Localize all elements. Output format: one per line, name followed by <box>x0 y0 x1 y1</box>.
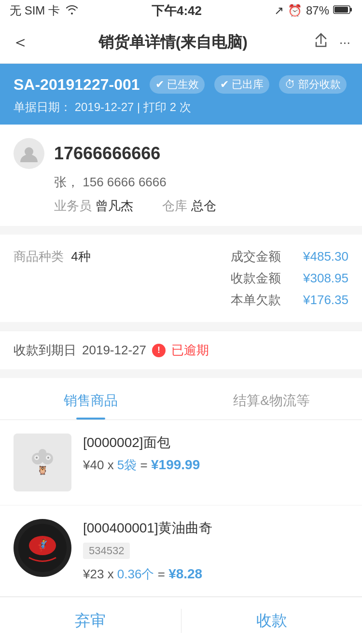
page-title: 销货单详情(来自电脑) <box>34 32 312 53</box>
stats-section: 商品种类 4种 成交金额 ¥485.30 收款金额 ¥308.95 本单欠款 ¥… <box>0 235 362 322</box>
status-time: 下午4:42 <box>152 2 202 19</box>
tab-settlement[interactable]: 结算&物流等 <box>181 378 362 420</box>
cancel-button[interactable]: 弃审 <box>0 601 181 641</box>
product-price-2: ¥23 x 0.36个 = ¥8.28 <box>83 566 348 583</box>
nav-actions: ··· <box>312 32 350 53</box>
customer-section: 17666666666 张， 156 6666 6666 业务员 曾凡杰 仓库 … <box>0 125 362 226</box>
back-button[interactable]: ＜ <box>7 26 34 59</box>
tab-sales-products[interactable]: 销售商品 <box>0 378 181 420</box>
product-info-1: [0000002]面包 ¥40 x 5袋 = ¥199.99 <box>83 434 348 474</box>
customer-top: 17666666666 <box>14 138 348 169</box>
check-icon-2: ✔ <box>220 78 229 91</box>
list-item: 🦸 [000400001]黄油曲奇 534532 ¥23 x 0.36个 = ¥… <box>0 505 362 597</box>
product-tag-2: 534532 <box>83 543 130 559</box>
product-info-2: [000400001]黄油曲奇 534532 ¥23 x 0.36个 = ¥8.… <box>83 519 348 583</box>
tab-bar: 销售商品 结算&物流等 <box>0 378 362 420</box>
svg-point-10 <box>36 457 38 459</box>
svg-point-11 <box>47 457 49 459</box>
wifi-icon <box>65 4 79 17</box>
order-header: SA-20191227-001 ✔ 已生效 ✔ 已出库 ⏱ 部分收款 单据日期：… <box>0 64 362 125</box>
alarm-icon: ⏰ <box>288 4 302 17</box>
status-left: 无 SIM 卡 <box>10 3 79 18</box>
svg-text:🦉: 🦉 <box>37 465 48 476</box>
stats-row-received: 收款金额 ¥308.95 <box>231 270 348 287</box>
svg-rect-2 <box>334 7 348 13</box>
avatar <box>14 138 44 169</box>
battery-label: 87% <box>306 4 329 17</box>
more-button[interactable]: ··· <box>339 35 350 50</box>
product-price-1: ¥40 x 5袋 = ¥199.99 <box>83 457 348 474</box>
product-list: 🦉 [0000002]面包 ¥40 x 5袋 = ¥199.99 <box>0 420 362 597</box>
badge-shipped: ✔ 已出库 <box>214 75 269 94</box>
order-date-row: 单据日期： 2019-12-27 | 打印 2 次 <box>14 99 348 115</box>
product-image-1: 🦉 <box>14 434 71 491</box>
share-button[interactable] <box>312 32 330 53</box>
order-id: SA-20191227-001 <box>14 76 140 94</box>
svg-text:🦸: 🦸 <box>35 538 50 552</box>
status-bar: 无 SIM 卡 下午4:42 ↗ ⏰ 87% <box>0 0 362 21</box>
status-right: ↗ ⏰ 87% <box>274 4 352 17</box>
stats-left: 商品种类 4种 <box>14 248 91 265</box>
overdue-section: 收款到期日 2019-12-27 ! 已逾期 <box>0 331 362 369</box>
overdue-date: 2019-12-27 <box>82 343 146 358</box>
badge-effective: ✔ 已生效 <box>150 75 205 94</box>
list-item: 🦉 [0000002]面包 ¥40 x 5袋 = ¥199.99 <box>0 420 362 505</box>
customer-phone: 17666666666 <box>54 143 160 164</box>
overdue-status: 已逾期 <box>171 342 209 359</box>
overdue-label: 收款到期日 <box>14 342 76 359</box>
order-header-top: SA-20191227-001 ✔ 已生效 ✔ 已出库 ⏱ 部分收款 <box>14 75 348 94</box>
location-icon: ↗ <box>274 4 284 17</box>
carrier-label: 无 SIM 卡 <box>10 3 60 18</box>
check-icon-1: ✔ <box>155 78 164 91</box>
battery-icon <box>333 4 352 17</box>
clock-icon: ⏱ <box>285 78 295 91</box>
badge-partial-paid: ⏱ 部分收款 <box>279 75 347 94</box>
overdue-icon: ! <box>152 344 166 357</box>
product-image-2: 🦸 <box>14 519 71 577</box>
collect-button[interactable]: 收款 <box>181 601 362 641</box>
stats-row-owed: 本单欠款 ¥176.35 <box>231 292 348 308</box>
customer-meta: 业务员 曾凡杰 仓库 总仓 <box>14 197 348 214</box>
product-name-1: [0000002]面包 <box>83 434 348 452</box>
bottom-bar: 弃审 收款 <box>0 597 362 644</box>
svg-rect-1 <box>350 8 352 12</box>
customer-info: 张， 156 6666 6666 <box>14 174 348 191</box>
stats-row-amount: 成交金额 ¥485.30 <box>231 248 348 265</box>
svg-point-6 <box>39 449 46 457</box>
product-name-2: [000400001]黄油曲奇 <box>83 519 348 537</box>
nav-bar: ＜ 销货单详情(来自电脑) ··· <box>0 21 362 64</box>
stats-right: 成交金额 ¥485.30 收款金额 ¥308.95 本单欠款 ¥176.35 <box>231 248 348 308</box>
